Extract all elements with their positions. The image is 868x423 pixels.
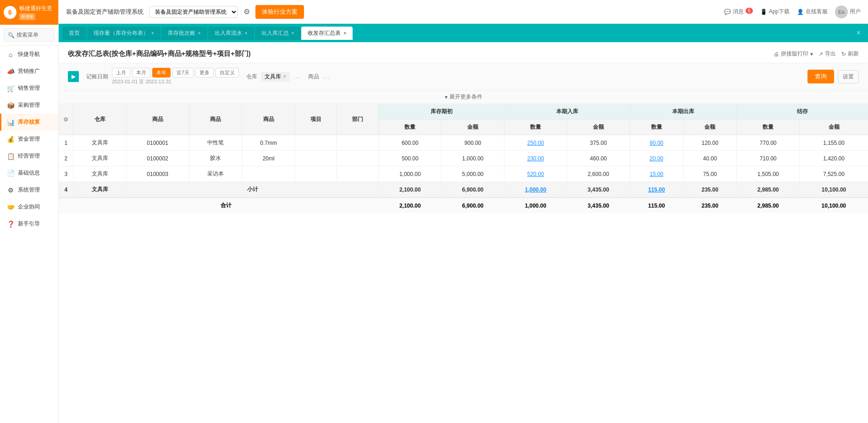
filter-settings-button[interactable]: 设置 [838, 70, 859, 83]
tab-close-icon[interactable]: × [343, 31, 346, 36]
tab-close-icon[interactable]: × [292, 31, 294, 36]
table-settings-icon[interactable]: ⚙ [63, 116, 68, 123]
goods-more-dots[interactable]: ... [323, 73, 330, 80]
table-container: ⚙ 仓库 商品 商品 商品 项目 部门 库存期初 本期入库 本期出库 结存 [59, 104, 868, 213]
settings-icon-button[interactable]: ⚙ [243, 7, 250, 16]
logo-text: 畅捷通好生意 [19, 5, 52, 12]
chevron-down-icon: ▾ [810, 51, 813, 57]
row1-in-qty[interactable]: 250.00 [504, 135, 567, 151]
tab-home[interactable]: 首页 [62, 27, 86, 40]
col-in-qty-header: 数量 [504, 120, 567, 135]
tab-close-icon[interactable]: × [151, 31, 154, 36]
app-download-action[interactable]: 📱 App下载 [760, 8, 790, 16]
row3-out-qty[interactable]: 15.00 [630, 166, 683, 182]
sidebar-item-label: 经营管理 [18, 152, 40, 160]
more-button[interactable]: 更多 [195, 68, 214, 77]
app-download-label: App下载 [769, 8, 790, 16]
subtotal-in-amt: 3,435.00 [567, 182, 630, 198]
row3-out-qty-link[interactable]: 15.00 [650, 171, 663, 177]
subtotal-no: 4 [59, 182, 73, 198]
sidebar-nav: ⌂ 快捷导航 📣 营销推广 🛒 销售管理 📦 采购管理 📊 库存核算 💰 资金管… [0, 46, 58, 423]
tab-batch[interactable]: 库存批次账 × [161, 27, 207, 40]
table-row: 3 文具库 0100003 采访本 1,000.00 5,000.00 520.… [59, 166, 868, 182]
service-icon: 👤 [797, 9, 804, 15]
row3-spec [242, 166, 295, 182]
expand-more-bar: ▾ 展开更多条件 [59, 90, 868, 104]
row2-open-qty: 500.00 [379, 151, 442, 166]
sidebar-item-label: 新手引导 [18, 220, 40, 228]
row2-open-amt: 1,000.00 [442, 151, 504, 166]
sidebar-item-purchase[interactable]: 📦 采购管理 [0, 97, 58, 114]
subtotal-out-qty-link[interactable]: 115.00 [648, 187, 665, 193]
footer-out-qty: 115.00 [630, 198, 683, 213]
tab-batch-label: 库存批次账 [168, 29, 195, 37]
this-year-button[interactable]: 本年 [152, 68, 171, 77]
last-month-button[interactable]: 上月 [112, 68, 130, 77]
page-title: 收发存汇总表(按仓库+商品编码+商品+规格型号+项目+部门) [68, 49, 251, 58]
basic-icon: 📄 [7, 170, 14, 177]
sidebar-item-inventory[interactable]: 📊 库存核算 [0, 114, 58, 131]
system-select[interactable]: 装备及固定资产辅助管理系统 [149, 6, 238, 18]
sidebar-item-quick-nav[interactable]: ⌂ 快捷导航 [0, 46, 58, 63]
expand-more-button[interactable]: ▾ 展开更多条件 [445, 93, 482, 101]
sidebar-item-collab[interactable]: 🤝 企业协同 [0, 198, 58, 215]
sidebar-item-finance[interactable]: 💰 资金管理 [0, 131, 58, 148]
sidebar-item-sales[interactable]: 🛒 销售管理 [0, 80, 58, 97]
row2-out-qty-link[interactable]: 20.00 [650, 155, 663, 162]
row1-in-qty-link[interactable]: 250.00 [527, 140, 544, 146]
tab-in-out-summary[interactable]: 出入库汇总 × [255, 27, 301, 40]
col-out-header: 本期出库 [630, 104, 736, 120]
tab-recv-send-summary[interactable]: 收发存汇总表 × [301, 27, 353, 40]
row1-out-qty[interactable]: 80.00 [630, 135, 683, 151]
sidebar-item-label: 基础信息 [18, 169, 40, 177]
search-menu-button[interactable]: 🔍 搜索菜单 [4, 28, 55, 42]
export-button[interactable]: ↗ 导出 [818, 50, 836, 58]
tab-close-icon[interactable]: × [198, 31, 201, 36]
row3-in-qty[interactable]: 520.00 [504, 166, 567, 182]
tab-close-icon[interactable]: × [245, 31, 248, 36]
collab-icon: 🤝 [7, 203, 14, 211]
sidebar-item-basic[interactable]: 📄 基础信息 [0, 165, 58, 181]
sidebar-item-operations[interactable]: 📋 经营管理 [0, 148, 58, 165]
footer-label: 合计 [73, 198, 379, 213]
tab-recv-send-summary-label: 收发存汇总表 [308, 29, 341, 37]
marketing-icon: 📣 [7, 68, 14, 75]
col-settings-header[interactable]: ⚙ [59, 104, 73, 135]
trial-button[interactable]: 体验行业方案 [255, 5, 304, 19]
row1-close-amt: 1,155.00 [800, 135, 868, 151]
sidebar-item-label: 快捷导航 [18, 50, 40, 58]
sidebar-item-guide[interactable]: ❓ 新手引导 [0, 215, 58, 232]
warehouse-more-dots[interactable]: ... [293, 73, 301, 80]
online-service-action[interactable]: 👤 在线客服 [797, 8, 828, 16]
custom-button[interactable]: 自定义 [216, 68, 239, 77]
this-month-button[interactable]: 本月 [132, 68, 150, 77]
warehouse-tag-close[interactable]: × [283, 73, 286, 80]
table-row: 2 文具库 0100002 胶水 20ml 500.00 1,000.00 23… [59, 151, 868, 166]
filter-toggle-button[interactable]: ▶ [68, 71, 79, 82]
online-service-label: 在线客服 [806, 8, 828, 16]
sidebar-item-marketing[interactable]: 📣 营销推广 [0, 63, 58, 80]
message-action[interactable]: 💬 消息 6 [724, 8, 753, 16]
tab-in-out-flow[interactable]: 出入库流水 × [208, 27, 254, 40]
last-7-days-button[interactable]: 近7天 [172, 68, 194, 77]
subtotal-in-qty[interactable]: 1,000.00 [504, 182, 567, 198]
row2-in-qty[interactable]: 230.00 [504, 151, 567, 166]
subtotal-in-qty-link[interactable]: 1,000.00 [525, 187, 547, 193]
subtotal-out-qty[interactable]: 115.00 [630, 182, 683, 198]
sidebar-item-system[interactable]: ⚙ 系统管理 [0, 181, 58, 198]
warehouse-tag: 文具库 × [261, 72, 290, 82]
row1-out-qty-link[interactable]: 80.00 [650, 140, 663, 146]
query-button[interactable]: 查询 [807, 70, 834, 83]
tab-inventory-dist[interactable]: 现存量（库存分布表） × [87, 27, 160, 40]
close-all-tabs-button[interactable]: × [853, 29, 864, 37]
header-right: 💬 消息 6 📱 App下载 👤 在线客服 Ea 用户 [724, 5, 861, 18]
user-action[interactable]: Ea 用户 [835, 5, 861, 18]
date-filters: 上月 本月 本年 近7天 更多 自定义 2023-01-01 至 2023-12… [112, 68, 239, 85]
refresh-button[interactable]: ↻ 刷新 [841, 50, 859, 58]
print-button[interactable]: 🖨 拼接版打印 ▾ [774, 50, 813, 58]
subtotal-row: 4 文具库 小计 2,100.00 6,900.00 1,000.00 3,43… [59, 182, 868, 198]
row2-out-qty[interactable]: 20.00 [630, 151, 683, 166]
row2-in-qty-link[interactable]: 230.00 [527, 155, 544, 162]
refresh-label: 刷新 [848, 50, 859, 58]
row3-in-qty-link[interactable]: 520.00 [527, 171, 544, 177]
